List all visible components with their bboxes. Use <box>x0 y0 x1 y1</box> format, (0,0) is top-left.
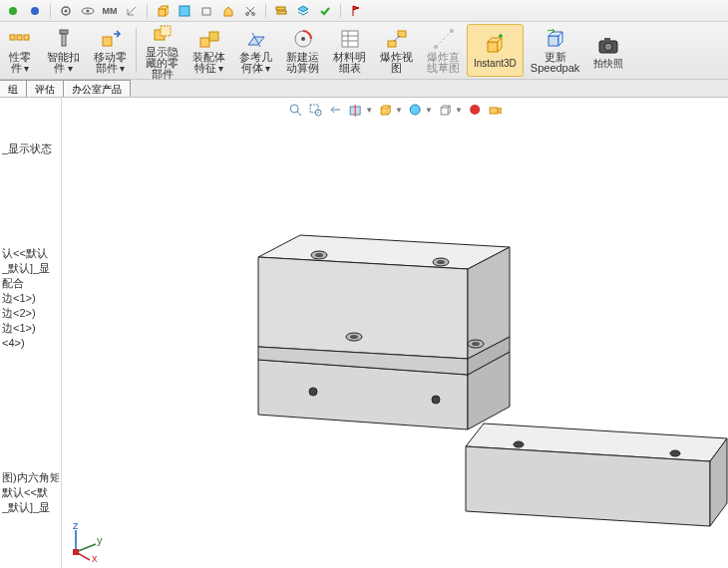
orientation-triad[interactable]: z y x <box>66 522 106 562</box>
svg-rect-35 <box>488 42 498 52</box>
ribbon-separator <box>136 28 137 73</box>
ribbon-toolbar: 性零件 ▾ 智能扣件 ▾ 移动零部件 ▾ 显示隐藏的零部件 装配体特征 ▾ 参考… <box>0 22 728 80</box>
svg-rect-14 <box>17 35 22 40</box>
svg-text:x: x <box>92 552 98 562</box>
svg-point-54 <box>437 260 445 264</box>
svg-rect-8 <box>202 8 210 15</box>
linear-pattern-button[interactable]: 性零件 ▾ <box>0 24 40 77</box>
svg-text:z: z <box>73 522 79 531</box>
button-label: 显示隐藏的零部件 <box>146 47 179 80</box>
reference-geometry-button[interactable]: 参考几何体 ▾ <box>232 24 279 77</box>
qat-house-icon[interactable] <box>219 2 237 20</box>
move-component-icon <box>99 27 123 51</box>
command-tab-bar: 组 评估 办公室产品 <box>0 80 728 98</box>
tree-item[interactable]: 默认<<默 <box>2 485 59 500</box>
svg-point-38 <box>604 43 612 51</box>
svg-rect-16 <box>60 30 68 34</box>
svg-rect-36 <box>548 36 558 46</box>
svg-rect-30 <box>388 41 396 47</box>
qat-blue-dot-icon[interactable] <box>26 2 44 20</box>
button-label: 拍快照 <box>593 58 623 69</box>
smart-fastener-button[interactable]: 智能扣件 ▾ <box>40 24 87 77</box>
tree-item[interactable]: 边<2>) <box>2 306 59 321</box>
svg-point-59 <box>309 388 317 396</box>
show-hidden-button[interactable]: 显示隐藏的零部件 <box>139 24 185 77</box>
qat-eye-icon[interactable] <box>79 2 97 20</box>
assembly-features-icon <box>197 27 221 51</box>
button-label: 智能扣件 ▾ <box>47 52 80 74</box>
instant3d-button[interactable]: Instant3D <box>467 24 524 77</box>
qat-cut-icon[interactable] <box>241 2 259 20</box>
svg-line-32 <box>394 36 400 41</box>
svg-rect-15 <box>24 35 29 40</box>
qat-box-icon[interactable] <box>197 2 215 20</box>
svg-point-58 <box>472 342 480 346</box>
speedpak-icon <box>544 27 567 51</box>
svg-rect-22 <box>209 32 218 41</box>
svg-rect-17 <box>62 34 66 46</box>
svg-point-62 <box>670 450 680 456</box>
button-label: 材料明细表 <box>333 52 366 74</box>
button-label: 爆炸直线草图 <box>427 52 460 74</box>
tree-item[interactable]: _默认]_显 <box>2 500 59 515</box>
tree-item[interactable]: 边<1>) <box>2 291 59 306</box>
take-snapshot-button[interactable]: 拍快照 <box>586 24 630 77</box>
bom-button[interactable]: 材料明细表 <box>326 24 373 77</box>
qat-axis-icon[interactable] <box>123 2 141 20</box>
model-geometry <box>62 98 728 568</box>
feature-tree-panel[interactable]: _显示状态 认<<默认 _默认]_显 配合 边<1>) 边<2>) 边<1>) … <box>0 98 62 568</box>
qat-check-icon[interactable] <box>316 2 334 20</box>
svg-point-5 <box>87 9 90 12</box>
qat-gear-icon[interactable] <box>57 2 75 20</box>
qat-text-icon[interactable]: MM <box>101 2 119 20</box>
button-label: 更新Speedpak <box>531 52 580 74</box>
tab-office[interactable]: 办公室产品 <box>63 80 131 97</box>
qat-flag-icon[interactable] <box>347 2 365 20</box>
quick-access-toolbar: MM <box>0 0 728 22</box>
tree-item[interactable]: <4>) <box>2 336 59 351</box>
svg-rect-39 <box>604 38 610 42</box>
explode-line-sketch-button: 爆炸直线草图 <box>420 24 467 77</box>
button-label: Instant3D <box>474 58 517 69</box>
tree-item[interactable]: _显示状态 <box>2 142 59 156</box>
qat-stack-icon[interactable] <box>272 2 290 20</box>
new-motion-study-button[interactable]: 新建运动算例 <box>279 24 326 77</box>
tab-evaluate[interactable]: 评估 <box>26 80 64 97</box>
tree-item[interactable]: 边<1>) <box>2 321 59 336</box>
linear-pattern-icon <box>8 27 32 51</box>
qat-layers-icon[interactable] <box>294 2 312 20</box>
instant3d-icon <box>483 33 507 57</box>
svg-point-25 <box>301 37 305 41</box>
svg-point-3 <box>65 9 68 12</box>
graphics-viewport[interactable]: ▼ ▼ ▼ ▼ <box>62 98 728 568</box>
svg-text:y: y <box>97 534 103 546</box>
qat-cube-icon[interactable] <box>154 2 172 20</box>
qat-swatch-icon[interactable] <box>176 2 193 20</box>
qat-separator <box>147 4 148 18</box>
assembly-features-button[interactable]: 装配体特征 ▾ <box>185 24 232 77</box>
svg-rect-11 <box>276 7 285 10</box>
tree-item[interactable]: 认<<默认 <box>2 246 59 261</box>
exploded-view-button[interactable]: 爆炸视图 <box>373 24 420 77</box>
tab-group[interactable]: 组 <box>0 80 27 97</box>
show-hidden-icon <box>151 22 175 46</box>
move-component-button[interactable]: 移动零部件 ▾ <box>87 24 134 77</box>
svg-point-1 <box>31 7 39 15</box>
button-label: 装配体特征 ▾ <box>192 52 225 74</box>
svg-rect-18 <box>103 37 112 46</box>
explode-line-icon <box>432 27 456 51</box>
tree-item[interactable]: 配合 <box>2 276 59 291</box>
svg-rect-21 <box>200 38 209 47</box>
smart-fastener-icon <box>52 27 76 51</box>
qat-separator <box>50 4 51 18</box>
tree-item[interactable]: 图)内六角矩 <box>2 470 59 485</box>
feature-tree[interactable]: _显示状态 认<<默认 _默认]_显 配合 边<1>) 边<2>) 边<1>) … <box>0 98 61 519</box>
tree-item[interactable]: _默认]_显 <box>2 261 59 276</box>
svg-point-0 <box>9 7 17 15</box>
svg-rect-69 <box>73 549 79 555</box>
qat-separator <box>340 4 341 18</box>
update-speedpak-button[interactable]: 更新Speedpak <box>524 24 587 77</box>
qat-green-dot-icon[interactable] <box>4 2 22 20</box>
svg-rect-13 <box>10 35 15 40</box>
svg-rect-26 <box>342 31 358 47</box>
